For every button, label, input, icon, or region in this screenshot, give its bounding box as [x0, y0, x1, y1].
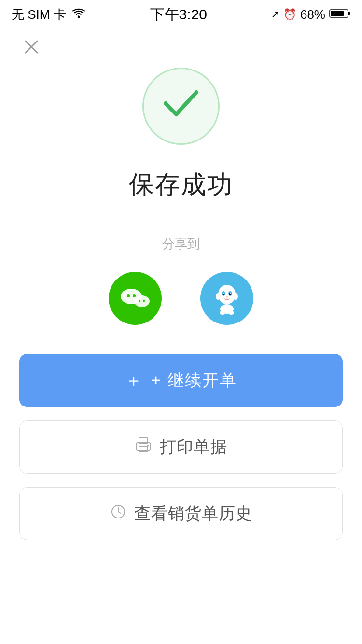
svg-point-13 [216, 293, 221, 300]
share-icons [109, 272, 253, 325]
share-line-left [19, 244, 153, 244]
history-button[interactable]: 查看销货单历史 [19, 487, 343, 540]
print-icon [135, 437, 152, 457]
checkmark-icon [162, 86, 200, 126]
svg-point-23 [220, 311, 225, 315]
history-icon [110, 504, 126, 524]
svg-point-28 [147, 445, 149, 447]
alarm-icon: ⏰ [283, 8, 296, 21]
status-time: 下午3:20 [150, 5, 207, 25]
buttons-section: ＋ + 继续开单 打印单据 查看销货单历 [0, 354, 362, 540]
close-button[interactable] [19, 35, 43, 59]
print-label: 打印单据 [160, 436, 227, 458]
wechat-share-button[interactable] [109, 272, 162, 325]
no-sim-label: 无 SIM 卡 [12, 6, 66, 23]
svg-rect-2 [348, 12, 350, 15]
success-circle [142, 68, 220, 145]
status-right: ↗ ⏰ 68% [271, 7, 350, 22]
print-button[interactable]: 打印单据 [19, 420, 343, 474]
svg-rect-3 [331, 11, 344, 16]
success-title: 保存成功 [129, 168, 233, 202]
continue-label: + 继续开单 [151, 369, 237, 392]
status-left: 无 SIM 卡 [12, 6, 86, 23]
continue-plus-icon: ＋ [125, 369, 143, 392]
share-section: 分享到 [0, 236, 362, 325]
svg-point-24 [228, 311, 234, 315]
svg-point-10 [139, 300, 140, 302]
main-content: 保存成功 分享到 [0, 29, 362, 540]
continue-button[interactable]: ＋ + 继续开单 [19, 354, 343, 407]
location-icon: ↗ [271, 8, 279, 21]
svg-point-8 [127, 294, 130, 297]
history-label: 查看销货单历史 [134, 503, 252, 525]
svg-point-21 [226, 296, 228, 298]
battery-label: 68% [300, 7, 325, 22]
svg-point-12 [218, 285, 236, 304]
svg-point-20 [230, 293, 231, 294]
wifi-icon [71, 7, 86, 22]
status-bar: 无 SIM 卡 下午3:20 ↗ ⏰ 68% [0, 0, 362, 29]
svg-point-19 [223, 293, 224, 294]
share-label-row: 分享到 [0, 236, 362, 252]
svg-point-14 [233, 293, 238, 300]
qq-share-button[interactable] [200, 272, 253, 325]
battery-icon [329, 7, 350, 22]
share-label: 分享到 [162, 236, 200, 252]
share-line-right [209, 244, 343, 244]
svg-point-9 [133, 294, 136, 297]
svg-point-11 [143, 300, 145, 302]
svg-point-7 [134, 295, 150, 307]
svg-point-0 [77, 16, 80, 18]
